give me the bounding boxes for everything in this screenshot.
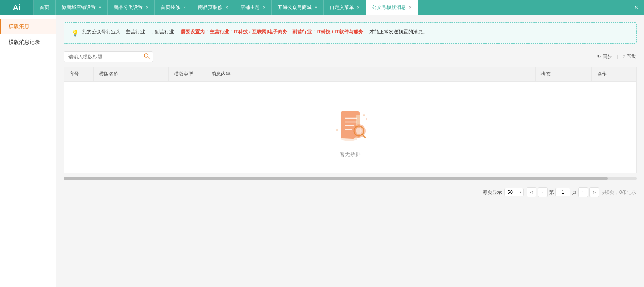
notice-box: 💡 您的公众号行业为：主营行业：，副营行业： 需要设置为：主营行业：IT科技 /… — [64, 22, 637, 44]
close-tab-homepage-decor[interactable]: × — [183, 5, 186, 10]
col-index: 序号 — [64, 67, 94, 81]
page-word-label: 页 — [572, 189, 577, 196]
notice-text-before: 您的公众号行业为：主营行业：，副营行业： — [82, 29, 179, 34]
tab-template-msg[interactable]: 公众号模版消息 × — [366, 0, 418, 15]
col-name: 模版名称 — [94, 67, 169, 81]
page-number-input[interactable] — [555, 188, 570, 196]
tab-homepage-decor[interactable]: 首页装修 × — [155, 0, 192, 15]
close-tab-category-settings[interactable]: × — [146, 5, 148, 10]
empty-illustration — [330, 104, 371, 145]
sync-button[interactable]: ↻ 同步 — [597, 53, 612, 60]
svg-point-13 — [336, 129, 338, 131]
svg-line-1 — [148, 57, 149, 58]
search-input[interactable] — [64, 51, 153, 62]
scrollbar-thumb[interactable] — [64, 177, 608, 180]
empty-state: 暂无数据 — [64, 82, 636, 173]
svg-point-12 — [366, 118, 367, 120]
toolbar-right: ↻ 同步 | ? 帮助 — [597, 53, 637, 60]
sync-label: 同步 — [603, 53, 612, 60]
table-scrollbar[interactable] — [64, 177, 637, 180]
page-di-label: 第 — [549, 189, 554, 196]
prev-page-button[interactable]: ‹ — [538, 187, 548, 197]
help-button[interactable]: ? 帮助 — [623, 53, 637, 60]
help-label: 帮助 — [627, 53, 637, 60]
content-area: 💡 您的公众号行业为：主营行业：，副营行业： 需要设置为：主营行业：IT科技 /… — [56, 15, 644, 287]
col-type: 模版类型 — [169, 67, 206, 81]
tab-product-decor[interactable]: 商品页装修 × — [192, 0, 234, 15]
search-button[interactable] — [144, 53, 150, 60]
empty-state-row: 暂无数据 — [64, 81, 637, 173]
sidebar-item-template-msg-log[interactable]: 模版消息记录 — [0, 34, 56, 50]
notice-text-after: 才能正常发送预置的消息。 — [369, 29, 428, 34]
help-icon: ? — [623, 54, 625, 59]
svg-point-11 — [363, 114, 365, 116]
search-input-wrap — [64, 51, 153, 62]
first-page-button[interactable]: ⊲ — [527, 187, 536, 197]
page-size-dropdown[interactable]: 50 10 20 100 — [504, 188, 524, 196]
next-page-button[interactable]: › — [578, 187, 588, 197]
tab-bar: Ai 首页 微商城店铺设置 × 商品分类设置 × 首页装修 × 商品页装修 × … — [0, 0, 644, 15]
search-bar: ↻ 同步 | ? 帮助 — [64, 51, 637, 62]
page-total: 共0页，0条记录 — [602, 189, 637, 196]
sidebar-item-template-msg[interactable]: 模版消息 — [0, 19, 56, 34]
notice-highlight: 需要设置为：主营行业：IT科技 / 互联网|电子商务，副营行业：IT科技 / I… — [181, 29, 368, 34]
col-status: 状态 — [536, 67, 592, 81]
tab-category-settings[interactable]: 商品分类设置 × — [108, 0, 155, 15]
tab-shop-theme[interactable]: 店铺主题 × — [234, 0, 272, 15]
close-tab-shop-theme[interactable]: × — [263, 5, 265, 10]
table-body: 暂无数据 — [64, 81, 637, 173]
toolbar-divider: | — [617, 54, 618, 59]
close-tab-custom-menu[interactable]: × — [357, 5, 360, 10]
page-nav: ⊲ ‹ 第 页 › ⊳ — [527, 187, 599, 197]
page-size-label: 每页显示 — [483, 189, 502, 196]
close-tab-shop-settings[interactable]: × — [99, 5, 101, 10]
tab-shop-settings[interactable]: 微商城店铺设置 × — [56, 0, 108, 15]
tab-home[interactable]: 首页 — [34, 0, 56, 15]
tab-custom-menu[interactable]: 自定义菜单 × — [324, 0, 366, 15]
col-action: 操作 — [592, 67, 637, 81]
sync-icon: ↻ — [597, 54, 601, 59]
tab-open-mall[interactable]: 开通公众号商城 × — [272, 0, 324, 15]
lightbulb-icon: 💡 — [71, 28, 79, 38]
empty-text: 暂无数据 — [340, 151, 361, 158]
close-tab-product-decor[interactable]: × — [225, 5, 228, 10]
main-layout: 模版消息 模版消息记录 💡 您的公众号行业为：主营行业：，副营行业： 需要设置为… — [0, 15, 644, 287]
close-all-tabs[interactable]: × — [629, 4, 644, 11]
svg-point-9 — [356, 128, 362, 134]
close-tab-template-msg[interactable]: × — [409, 5, 412, 10]
page-size-select-wrap: 50 10 20 100 ▾ — [504, 188, 524, 196]
pagination: 每页显示 50 10 20 100 ▾ ⊲ ‹ 第 页 › ⊳ — [64, 184, 637, 197]
search-icon — [144, 53, 150, 59]
sidebar: 模版消息 模版消息记录 — [0, 15, 56, 287]
last-page-button[interactable]: ⊳ — [589, 187, 599, 197]
page-size-select: 每页显示 50 10 20 100 ▾ — [483, 188, 524, 196]
app-logo: Ai — [0, 0, 34, 15]
close-tab-open-mall[interactable]: × — [315, 5, 317, 10]
col-content: 消息内容 — [206, 67, 536, 81]
data-table: 序号 模版名称 模版类型 消息内容 状态 操作 — [64, 67, 637, 173]
table-header-row: 序号 模版名称 模版类型 消息内容 状态 操作 — [64, 67, 637, 81]
